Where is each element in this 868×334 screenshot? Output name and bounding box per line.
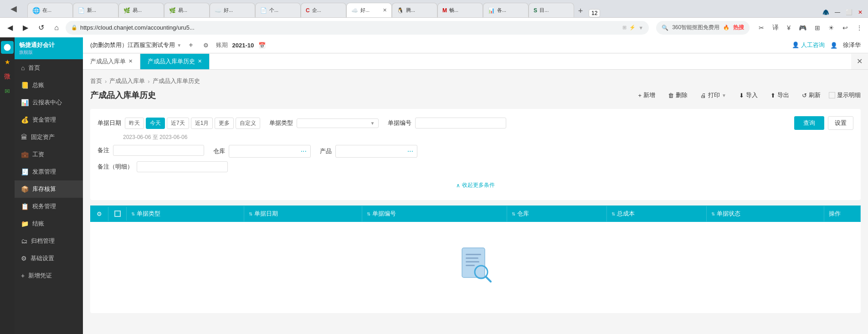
window-close-btn[interactable]: ✕ bbox=[856, 7, 864, 17]
sort-icon-no[interactable]: ⇅ bbox=[367, 211, 370, 216]
browser-tab-4[interactable]: 🌿 易... bbox=[164, 3, 210, 17]
translate-icon[interactable]: 译 bbox=[770, 22, 781, 34]
sidebar-item-assets[interactable]: 🏛 固定资产 bbox=[15, 128, 83, 146]
add-btn[interactable]: + 新增 bbox=[634, 89, 660, 102]
filter-settings-btn[interactable]: 设置 bbox=[828, 116, 853, 130]
sidebar-header[interactable]: 畅捷通好会计 旗舰版 bbox=[15, 37, 83, 59]
browser-tab-6[interactable]: 📄 个... bbox=[255, 3, 301, 17]
back-btn[interactable]: ◀ bbox=[4, 21, 16, 34]
forward-btn[interactable]: ▶ bbox=[19, 21, 32, 34]
sidebar-item-archive[interactable]: 🗂 归档管理 bbox=[15, 232, 83, 250]
show-detail-checkbox[interactable] bbox=[829, 92, 835, 98]
browser-tab-9[interactable]: 🐧 腾... bbox=[392, 3, 437, 17]
add-company-btn[interactable]: + bbox=[186, 40, 195, 50]
content-tab-list-label: 产成品入库单 bbox=[90, 57, 126, 66]
search-bar[interactable]: 🔍 360智能抠图免费用 🔥 热搜 bbox=[656, 21, 750, 35]
tab8-close-btn[interactable]: ✕ bbox=[383, 7, 387, 13]
browser-tab-8[interactable]: ☁️ 好... ✕ bbox=[346, 3, 392, 17]
sidebar-item-newbill[interactable]: + 新增凭证 bbox=[15, 267, 83, 284]
date-btn-more[interactable]: 更多 bbox=[215, 118, 234, 129]
content-tab-list-close[interactable]: ✕ bbox=[128, 58, 133, 64]
detail-remark-input[interactable] bbox=[137, 161, 228, 172]
sort-icon-date[interactable]: ⇅ bbox=[249, 211, 252, 216]
reload-btn[interactable]: ↺ bbox=[35, 21, 47, 34]
company-select[interactable]: (勿删勿禁用）江西服宝测试专用 ▼ bbox=[90, 41, 181, 49]
rail-mail-icon[interactable]: ✉ bbox=[1, 85, 14, 98]
sort-icon-type[interactable]: ⇅ bbox=[131, 211, 135, 216]
date-btn-7days[interactable]: 近7天 bbox=[167, 118, 189, 129]
window-minimize-btn[interactable]: 🧥 bbox=[821, 7, 831, 17]
sidebar-item-close[interactable]: 📁 结账 bbox=[15, 215, 83, 232]
sidebar-item-invoice[interactable]: 🧾 发票管理 bbox=[15, 163, 83, 180]
more-icon[interactable]: ⋮ bbox=[854, 22, 864, 33]
product-dots[interactable]: ··· bbox=[407, 147, 413, 155]
sidebar-item-settings[interactable]: ⚙ 基础设置 bbox=[15, 250, 83, 267]
content-tab-history[interactable]: 产成品入库单历史 ✕ bbox=[140, 54, 210, 69]
back-browser-btn[interactable]: ◀ bbox=[10, 4, 17, 14]
header-checkbox[interactable] bbox=[114, 211, 121, 217]
sort-icon-status[interactable]: ⇅ bbox=[711, 211, 715, 216]
browser-tab-1[interactable]: 🌐 在... bbox=[27, 3, 73, 17]
sidebar-item-payroll[interactable]: 💼 工资 bbox=[15, 146, 83, 163]
company-settings-btn[interactable]: ⚙ bbox=[200, 41, 211, 50]
sort-icon-warehouse[interactable]: ⇅ bbox=[512, 211, 515, 216]
date-btn-1month[interactable]: 近1月 bbox=[191, 118, 213, 129]
rail-weibo-icon[interactable]: 微 bbox=[1, 70, 14, 83]
th-checkbox[interactable] bbox=[108, 207, 127, 221]
window-maximize-btn[interactable]: ⬜ bbox=[844, 7, 854, 17]
calendar-icon[interactable]: 📅 bbox=[258, 42, 266, 49]
rail-home-icon[interactable]: 好 bbox=[1, 41, 14, 54]
billno-filter-input[interactable] bbox=[415, 118, 506, 128]
url-box[interactable]: 🔒 https://cloud.chanjet.com/accounting/u… bbox=[66, 21, 649, 35]
breadcrumb-list[interactable]: 产成品入库单 bbox=[109, 77, 145, 85]
date-btn-yesterday[interactable]: 昨天 bbox=[125, 118, 144, 129]
content-tab-history-close[interactable]: ✕ bbox=[198, 58, 202, 64]
url-dropdown-icon[interactable]: ▼ bbox=[638, 25, 643, 31]
sort-icon-cost[interactable]: ⇅ bbox=[611, 211, 615, 216]
gamepad-icon[interactable]: 🎮 bbox=[797, 22, 808, 33]
grid2-icon[interactable]: ⊞ bbox=[813, 22, 822, 33]
sun-icon[interactable]: ☀ bbox=[827, 22, 836, 33]
yuan-icon[interactable]: ¥ bbox=[785, 22, 792, 33]
product-filter-select[interactable]: ··· bbox=[335, 145, 417, 158]
delete-btn[interactable]: 🗑 删除 bbox=[663, 89, 692, 102]
browser-tab-5[interactable]: ☁️ 好... bbox=[210, 3, 255, 17]
browser-tab-2[interactable]: 📄 新... bbox=[73, 3, 118, 17]
user-service-btn[interactable]: 👤 人工咨询 bbox=[792, 41, 825, 49]
export-btn[interactable]: ⬆ 导出 bbox=[766, 89, 794, 102]
browser-tab-3[interactable]: 🌿 易... bbox=[118, 3, 164, 17]
remark-filter-input[interactable] bbox=[113, 145, 204, 156]
th-no-label: 单据编号 bbox=[372, 210, 396, 218]
sidebar-item-inventory[interactable]: 📦 库存核算 bbox=[15, 180, 83, 198]
type-filter-select[interactable]: ▼ bbox=[297, 118, 379, 128]
browser-tab-11[interactable]: 📊 各... bbox=[483, 3, 529, 17]
sidebar-item-home[interactable]: ⌂ 首页 bbox=[15, 59, 83, 77]
warehouse-dots[interactable]: ··· bbox=[301, 147, 307, 155]
collapse-btn[interactable]: ∧ 收起更多条件 bbox=[456, 181, 495, 189]
content-tab-list[interactable]: 产成品入库单 ✕ bbox=[83, 54, 140, 69]
window-restore-btn[interactable]: — bbox=[833, 7, 842, 17]
browser-tab-12[interactable]: S 目... bbox=[529, 3, 574, 17]
browser-tab-7[interactable]: C 企... bbox=[301, 3, 346, 17]
tab-area-close-btn[interactable]: ✕ bbox=[851, 53, 868, 69]
sidebar-item-tax[interactable]: 📋 税务管理 bbox=[15, 198, 83, 215]
breadcrumb-home[interactable]: 首页 bbox=[90, 77, 102, 85]
warehouse-filter-select[interactable]: ··· bbox=[229, 145, 311, 158]
new-tab-btn[interactable]: + bbox=[574, 5, 587, 17]
collapse-label: 收起更多条件 bbox=[462, 181, 495, 189]
import-btn[interactable]: ⬇ 导入 bbox=[734, 89, 762, 102]
sidebar-item-funds[interactable]: 💰 资金管理 bbox=[15, 111, 83, 128]
query-btn[interactable]: 查询 bbox=[794, 116, 824, 130]
scissors-icon[interactable]: ✂ bbox=[757, 22, 766, 33]
th-gear[interactable]: ⚙ bbox=[90, 207, 108, 221]
undo-icon[interactable]: ↩ bbox=[841, 22, 850, 33]
date-btn-custom[interactable]: 自定义 bbox=[236, 118, 260, 129]
sidebar-item-ledger[interactable]: 📒 总账 bbox=[15, 77, 83, 94]
date-btn-today[interactable]: 今天 bbox=[146, 118, 165, 129]
sidebar-item-reports[interactable]: 📊 云报表中心 bbox=[15, 94, 83, 111]
refresh-btn[interactable]: ↺ 刷新 bbox=[797, 89, 825, 102]
browser-tab-10[interactable]: M 畅... bbox=[437, 3, 483, 17]
rail-star-icon[interactable]: ★ bbox=[1, 56, 14, 68]
home-btn[interactable]: ⌂ bbox=[50, 21, 63, 34]
print-btn[interactable]: 🖨 打印 ▼ bbox=[696, 89, 731, 102]
